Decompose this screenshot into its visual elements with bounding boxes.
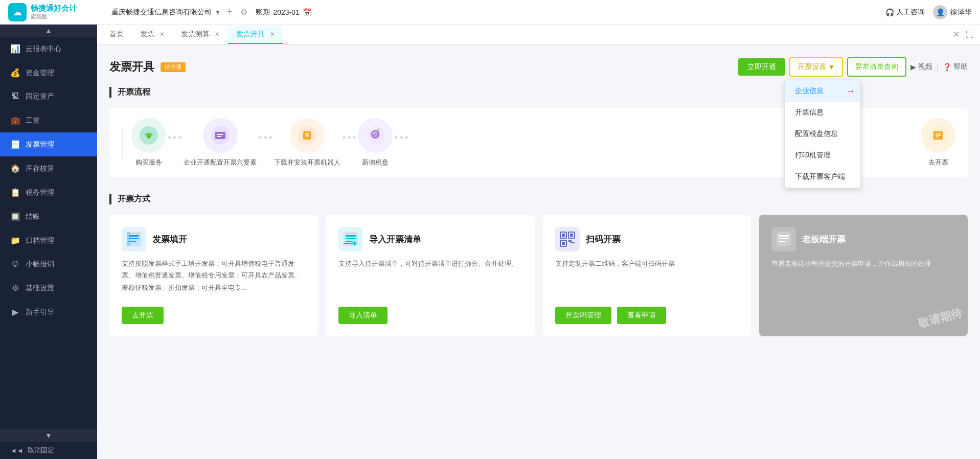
top-bar: ☁ 畅捷通好会计 旗舰版 重庆畅捷交通信息咨询有限公司 ▼ + ⚙ 账期 202… xyxy=(0,0,980,25)
video-button[interactable]: ▶ 视频 xyxy=(910,62,932,72)
sidebar-scroll-up[interactable]: ▲ xyxy=(0,25,97,37)
support-button[interactable]: 🎧 人工咨询 xyxy=(885,8,925,17)
user-avatar: 👤 xyxy=(933,5,947,19)
dropdown-label: 下载开票客户端 xyxy=(795,172,845,180)
sidebar-item-label: 发票管理 xyxy=(26,140,54,149)
sidebar-item-kucun[interactable]: 🏠 库存核算 xyxy=(0,156,97,180)
zijin-icon: 💰 xyxy=(10,68,20,78)
flow-step-4-label: 新增税盘 xyxy=(362,158,389,167)
sidebar-item-guidang[interactable]: 📁 归档管理 xyxy=(0,228,97,253)
svg-rect-26 xyxy=(346,235,356,237)
flow-step-3-label: 下载并安装开票机器人 xyxy=(274,158,340,167)
help-icon: ❓ xyxy=(943,63,951,71)
flow-step-5-label: 去开票 xyxy=(928,158,948,167)
method-fill-button[interactable]: 去开票 xyxy=(122,307,164,324)
tab-fapiao-kaiju[interactable]: 发票开具 ✕ xyxy=(228,26,283,44)
svg-rect-10 xyxy=(305,135,309,136)
method-scan-button2[interactable]: 查看申请 xyxy=(617,307,666,324)
sidebar-item-label: 基础设置 xyxy=(26,284,54,293)
tab-fapiao-kaiju-label: 发票开具 xyxy=(236,30,265,39)
sidebar-item-shuiwu[interactable]: 📋 税务管理 xyxy=(0,180,97,204)
dropdown-item-printer[interactable]: 打印机管理 xyxy=(785,145,860,166)
flow-step-2: 企业开通配置开票六要素 xyxy=(184,118,257,167)
company-selector[interactable]: 重庆畅捷交通信息咨询有限公司 ▼ xyxy=(111,8,221,17)
sidebar-item-fapiao[interactable]: 🧾 发票管理 xyxy=(0,132,97,156)
svg-rect-37 xyxy=(571,240,572,243)
tab-fapiao-cesuan-close[interactable]: ✕ xyxy=(215,31,220,38)
calendar-icon[interactable]: 📅 xyxy=(303,8,311,16)
abnormal-label: 异常清单查询 xyxy=(855,62,898,72)
method-scan-desc: 支持定制开票二维码，客户端可扫码开票 xyxy=(555,258,739,299)
user-name: 徐泽华 xyxy=(950,8,972,17)
abnormal-button[interactable]: 异常清单查询 xyxy=(847,57,906,77)
method-boss-desc: 查看老板端小程序提交的开票申请，并作出相应的处理 xyxy=(771,258,955,299)
svg-text:+: + xyxy=(147,132,151,140)
method-import-title: 导入开票清单 xyxy=(369,234,421,245)
method-import-button[interactable]: 导入清单 xyxy=(338,307,388,324)
tab-fapiao-close[interactable]: ✕ xyxy=(159,31,165,38)
sidebar-item-jiezhang[interactable]: 🔲 结账 xyxy=(0,204,97,228)
svg-rect-24 xyxy=(127,232,130,246)
svg-rect-4 xyxy=(215,132,225,139)
flow-dots-3 xyxy=(343,136,356,149)
sidebar-item-label: 税务管理 xyxy=(26,188,54,197)
sidebar-cancel-pin[interactable]: ◄◄ 取消固定 xyxy=(0,442,97,459)
sidebar-item-label: 库存核算 xyxy=(26,164,54,173)
user-info[interactable]: 👤 徐泽华 xyxy=(933,5,972,19)
cancel-pin-label: 取消固定 xyxy=(28,446,54,455)
sidebar-scroll-down[interactable]: ▼ xyxy=(0,429,97,442)
flow-step-5-icon xyxy=(921,118,955,153)
page-content: 发票开具 待开通 立即开通 开票设置 ▼ 异常清单查询 ▶ xyxy=(97,45,980,459)
sidebar-item-gudingzichan[interactable]: 🏗 固定资产 xyxy=(0,85,97,108)
dropdown-item-download[interactable]: 下载开票客户端 xyxy=(785,166,860,188)
tab-fapiao-cesuan[interactable]: 发票测算 ✕ xyxy=(173,26,228,44)
tab-fapiao-label: 发票 xyxy=(140,30,154,39)
sidebar-item-gongzi[interactable]: 💼 工资 xyxy=(0,108,97,132)
dropdown-label: 打印机管理 xyxy=(795,151,831,159)
settings-button[interactable]: 开票设置 ▼ xyxy=(789,57,844,77)
dropdown-item-kaipiaoxinxi[interactable]: 开票信息 xyxy=(785,102,860,123)
sidebar-item-yunbaobiao[interactable]: 📊 云报表中心 xyxy=(0,37,97,61)
sidebar-item-zijin[interactable]: 💰 资金管理 xyxy=(0,61,97,85)
settings-label: 开票设置 xyxy=(797,62,826,72)
method-scan-header: 扫码开票 xyxy=(555,227,739,251)
jichushezhi-icon: ⚙ xyxy=(10,283,20,293)
logo-sub: 旗舰版 xyxy=(31,13,77,20)
sidebar-item-label: 固定资产 xyxy=(26,92,54,101)
period-value: 2023-01 xyxy=(273,8,299,16)
sidebar-item-xinshou[interactable]: ▶ 新手引导 xyxy=(0,300,97,324)
method-fill-header: 发票填开 xyxy=(122,227,306,251)
activate-button[interactable]: 立即开通 xyxy=(738,58,785,76)
avatar-icon: 👤 xyxy=(936,8,945,16)
shuiwu-icon: 📋 xyxy=(10,188,20,197)
logo-area: ☁ 畅捷通好会计 旗舰版 xyxy=(8,3,105,21)
logo-text: 畅捷通好会计 xyxy=(31,4,77,13)
tab-bar: 首页 发票 ✕ 发票测算 ✕ 发票开具 ✕ ✕ ⛶ xyxy=(97,25,980,45)
sidebar-item-label: 结账 xyxy=(26,212,40,221)
logo-icon: ☁ xyxy=(8,3,27,21)
flow-step-4: 税 + 新增税盘 xyxy=(358,118,393,167)
method-import-header: 导入开票清单 xyxy=(338,227,522,251)
company-dropdown-arrow: ▼ xyxy=(215,9,221,16)
settings-icon[interactable]: ⚙ xyxy=(240,7,247,17)
dropdown-item-peizhi[interactable]: 配置税盘信息 xyxy=(785,123,860,145)
tab-maximize[interactable]: ⛶ xyxy=(964,28,976,41)
svg-rect-9 xyxy=(305,133,309,134)
dropdown-item-qiyexinxi[interactable]: → 企业信息 xyxy=(785,80,860,102)
help-button[interactable]: ❓ 帮助 xyxy=(943,62,968,72)
sidebar-item-label: 归档管理 xyxy=(26,236,54,245)
status-badge: 待开通 xyxy=(161,62,186,72)
method-import-icon xyxy=(338,227,363,251)
tab-fapiao[interactable]: 发票 ✕ xyxy=(132,26,173,44)
svg-rect-39 xyxy=(779,235,789,237)
svg-rect-34 xyxy=(562,242,565,245)
method-scan-button1[interactable]: 开票码管理 xyxy=(555,307,611,324)
tab-fapiao-kaiju-close[interactable]: ✕ xyxy=(270,31,275,38)
help-label: 帮助 xyxy=(953,62,968,72)
sidebar-item-xiaochang[interactable]: © 小畅报销 xyxy=(0,253,97,276)
add-company-btn[interactable]: + xyxy=(227,7,233,17)
tab-home[interactable]: 首页 xyxy=(101,26,132,44)
tab-close-all[interactable]: ✕ xyxy=(951,28,962,41)
gudingzichan-icon: 🏗 xyxy=(10,92,20,101)
sidebar-item-jichushezhi[interactable]: ⚙ 基础设置 xyxy=(0,276,97,300)
